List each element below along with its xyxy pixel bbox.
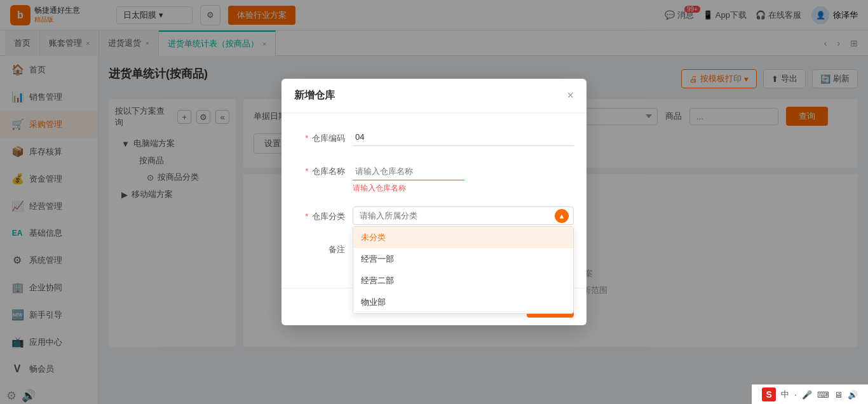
warehouse-category-input[interactable] — [353, 206, 574, 225]
warehouse-name-input[interactable] — [353, 163, 465, 180]
dropdown-item-none[interactable]: 未分类 — [353, 227, 573, 248]
warehouse-name-label: * 仓库名称 — [294, 161, 345, 182]
mic-icon[interactable]: 🎤 — [802, 390, 812, 400]
dot-separator: · — [794, 389, 797, 400]
dropdown-item-dept2[interactable]: 经营二部 — [353, 270, 573, 292]
volume-icon[interactable]: 🔊 — [848, 390, 858, 400]
bottom-bar: S 中 · 🎤 ⌨ 🖥 🔊 — [752, 384, 868, 404]
warehouse-category-row: * 仓库分类 ▲ 未分类 经营一部 经营二部 物业部 — [294, 206, 574, 227]
dropdown-item-dept1[interactable]: 经营一部 — [353, 248, 573, 270]
screen-icon[interactable]: 🖥 — [834, 390, 843, 400]
category-dropdown-list: 未分类 经营一部 经营二部 物业部 — [353, 226, 574, 314]
dropdown-item-dept3[interactable]: 物业部 — [353, 292, 573, 313]
warehouse-name-error: 请输入仓库名称 — [353, 184, 406, 192]
modal-header: 新增仓库 × — [281, 79, 587, 113]
new-warehouse-modal: 新增仓库 × * 仓库编码 * 仓库名称 — [281, 79, 587, 325]
s-logo-icon: S — [762, 387, 776, 401]
warehouse-name-row: * 仓库名称 请输入仓库名称 — [294, 161, 574, 194]
modal-overlay: 新增仓库 × * 仓库编码 * 仓库名称 — [0, 0, 868, 404]
warehouse-code-label: * 仓库编码 — [294, 128, 345, 149]
warehouse-code-input[interactable] — [353, 128, 574, 146]
chinese-input-icon[interactable]: 中 — [781, 389, 789, 400]
note-label: 备注 — [294, 239, 345, 260]
warehouse-code-row: * 仓库编码 — [294, 128, 574, 149]
modal-close-button[interactable]: × — [567, 89, 574, 102]
warehouse-category-select-wrapper: ▲ 未分类 经营一部 经营二部 物业部 — [353, 206, 574, 225]
modal-body: * 仓库编码 * 仓库名称 请输入仓库名称 — [281, 113, 587, 288]
modal-title: 新增仓库 — [294, 89, 335, 102]
keyboard-icon[interactable]: ⌨ — [817, 390, 829, 400]
warehouse-category-label: * 仓库分类 — [294, 206, 345, 227]
